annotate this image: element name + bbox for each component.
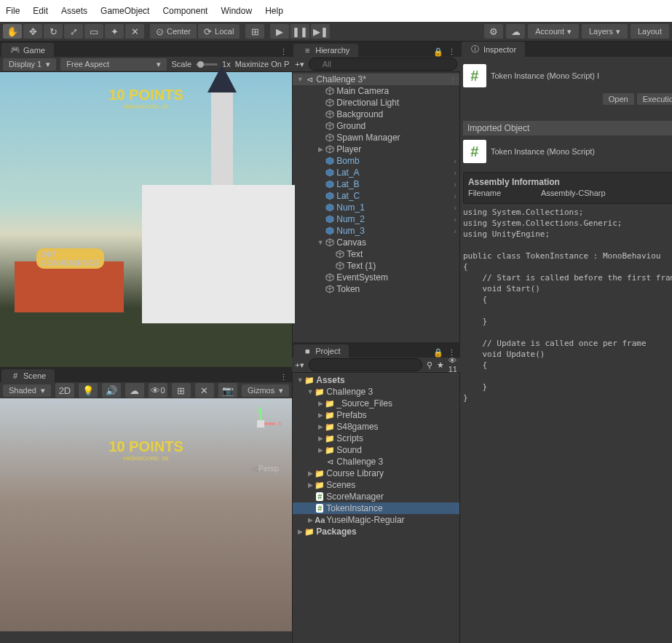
2d-button[interactable]: 2D bbox=[55, 383, 74, 398]
expand-arrow-icon[interactable]: ▶ bbox=[306, 470, 315, 477]
maximize-label[interactable]: Maximize On P bbox=[235, 60, 290, 68]
hierarchy-item[interactable]: Bomb› bbox=[293, 155, 459, 167]
menu-assets[interactable]: Assets bbox=[61, 6, 87, 16]
grid-icon[interactable]: ⊞ bbox=[172, 383, 191, 398]
open-button[interactable]: Open bbox=[603, 93, 634, 105]
expand-arrow-icon[interactable]: ▼ bbox=[296, 376, 304, 384]
menu-help[interactable]: Help bbox=[265, 6, 283, 16]
pivot-local-button[interactable]: ⟳Local bbox=[198, 24, 240, 39]
hierarchy-item[interactable]: Main Camera bbox=[293, 85, 459, 97]
move-tool[interactable]: ✥ bbox=[23, 24, 42, 39]
expand-arrow-icon[interactable]: ▶ bbox=[306, 516, 315, 524]
project-item[interactable]: ▶AaYuseiMagic-Regular bbox=[293, 514, 459, 526]
hierarchy-item[interactable]: Num_1› bbox=[293, 202, 459, 213]
hierarchy-item[interactable]: Background bbox=[293, 109, 459, 120]
project-search[interactable] bbox=[309, 358, 422, 371]
cloud-icon[interactable]: ☁ bbox=[506, 24, 525, 39]
hierarchy-item[interactable]: Lat_A› bbox=[293, 167, 459, 178]
expand-arrow-icon[interactable]: ▶ bbox=[316, 146, 325, 153]
scene-view[interactable]: 10 POINTS HIGHSCORE: 20 y x ◁Persp bbox=[0, 398, 292, 631]
expand-arrow-icon[interactable]: ▶ bbox=[316, 446, 325, 454]
project-item[interactable]: ▶📁Scripts bbox=[293, 433, 459, 444]
project-item[interactable]: ▶📁_Source_Files bbox=[293, 398, 459, 409]
gizmos-dropdown[interactable]: Gizmos▾ bbox=[242, 384, 289, 397]
assets-root[interactable]: ▼ 📁 Assets bbox=[293, 374, 459, 386]
execution-order-button[interactable]: Execution Ord bbox=[637, 93, 672, 105]
project-item[interactable]: ▶📁S48games bbox=[293, 421, 459, 433]
inspector-tab[interactable]: ⓘInspector bbox=[462, 42, 525, 57]
shading-dropdown[interactable]: Shaded▾ bbox=[3, 384, 51, 397]
hierarchy-item[interactable]: Lat_C› bbox=[293, 190, 459, 202]
project-item[interactable]: ▶📁Scenes bbox=[293, 479, 459, 491]
hierarchy-item[interactable]: Lat_B› bbox=[293, 178, 459, 190]
hierarchy-item[interactable]: EventSystem bbox=[293, 272, 459, 283]
expand-arrow-icon[interactable]: ▶ bbox=[306, 481, 315, 489]
camera-icon[interactable]: 📷 bbox=[218, 383, 237, 398]
create-button[interactable]: +▾ bbox=[295, 360, 304, 370]
project-tab[interactable]: ■Project bbox=[293, 344, 349, 358]
hierarchy-item[interactable]: ▼Canvas bbox=[293, 237, 459, 248]
hidden-count[interactable]: 👁11 bbox=[448, 356, 457, 374]
hierarchy-item[interactable]: Num_2› bbox=[293, 213, 459, 225]
hierarchy-item[interactable]: Spawn Manager bbox=[293, 132, 459, 143]
expand-arrow-icon[interactable]: ▶ bbox=[316, 435, 325, 442]
persp-label[interactable]: ◁Persp bbox=[252, 464, 279, 473]
scene-tab[interactable]: #Scene bbox=[1, 369, 55, 382]
expand-arrow-icon[interactable]: ▶ bbox=[316, 400, 325, 407]
game-options-icon[interactable]: ⋮ bbox=[275, 47, 292, 57]
hierarchy-item[interactable]: Ground bbox=[293, 120, 459, 132]
pivot-center-button[interactable]: ⊙Center bbox=[150, 24, 197, 39]
menu-file[interactable]: File bbox=[6, 6, 20, 16]
custom-tool[interactable]: ✕ bbox=[125, 24, 144, 39]
menu-window[interactable]: Window bbox=[221, 6, 252, 16]
project-item[interactable]: #ScoreManager bbox=[293, 491, 459, 502]
menu-edit[interactable]: Edit bbox=[33, 6, 48, 16]
project-item[interactable]: ▼📁Challenge 3 bbox=[293, 386, 459, 398]
play-button[interactable]: ▶ bbox=[270, 24, 289, 39]
collab-icon[interactable]: ⚙ bbox=[484, 24, 503, 39]
filter-icon[interactable]: ⚲ bbox=[427, 360, 432, 370]
hierarchy-item[interactable]: ▶Player bbox=[293, 143, 459, 155]
scene-options-icon[interactable]: ⋮ bbox=[275, 373, 292, 382]
star-icon[interactable]: ★ bbox=[437, 360, 444, 370]
hierarchy-item[interactable]: Directional Light bbox=[293, 97, 459, 109]
hierarchy-item[interactable]: Text bbox=[293, 248, 459, 260]
menu-gameobject[interactable]: GameObject bbox=[100, 6, 149, 16]
fx-icon[interactable]: ☁ bbox=[125, 383, 144, 398]
transform-tool[interactable]: ✦ bbox=[105, 24, 124, 39]
project-item[interactable]: ▶📁Sound bbox=[293, 444, 459, 456]
expand-arrow-icon[interactable]: ▼ bbox=[306, 388, 315, 395]
project-item[interactable]: ▶📁Prefabs bbox=[293, 409, 459, 421]
layout-dropdown[interactable]: Layout bbox=[631, 24, 669, 39]
create-button[interactable]: +▾ bbox=[295, 60, 304, 69]
orientation-gizmo[interactable]: y x bbox=[242, 406, 279, 442]
expand-arrow-icon[interactable]: ▼ bbox=[316, 239, 325, 246]
hand-tool[interactable]: ✋ bbox=[3, 24, 22, 39]
hierarchy-options-icon[interactable]: ⋮ bbox=[443, 47, 460, 57]
account-dropdown[interactable]: Account▾ bbox=[528, 24, 579, 39]
menu-component[interactable]: Component bbox=[162, 6, 207, 16]
hierarchy-tab[interactable]: ≡Hierarchy bbox=[293, 44, 358, 57]
scene-root[interactable]: ▼ ⊲ Challenge 3* ⋮ bbox=[293, 74, 459, 85]
hierarchy-item[interactable]: Token bbox=[293, 283, 459, 295]
scale-tool[interactable]: ⤢ bbox=[64, 24, 83, 39]
rotate-tool[interactable]: ↻ bbox=[44, 24, 63, 39]
aspect-dropdown[interactable]: Free Aspect▾ bbox=[60, 58, 167, 71]
project-item[interactable]: ▶📁Course Library bbox=[293, 468, 459, 479]
hierarchy-item[interactable]: Text (1) bbox=[293, 260, 459, 272]
project-item[interactable]: #TokenInstance bbox=[293, 502, 459, 514]
lock-icon[interactable]: 🔒 bbox=[433, 348, 443, 358]
layers-dropdown[interactable]: Layers▾ bbox=[582, 24, 628, 39]
rect-tool[interactable]: ▭ bbox=[84, 24, 103, 39]
packages-root[interactable]: ▶ 📁 Packages bbox=[293, 526, 459, 537]
audio-icon[interactable]: 🔊 bbox=[102, 383, 121, 398]
tools-icon[interactable]: ✕ bbox=[195, 383, 214, 398]
expand-arrow-icon[interactable]: ▼ bbox=[296, 76, 304, 83]
project-item[interactable]: ⊲Challenge 3 bbox=[293, 456, 459, 468]
expand-arrow-icon[interactable]: ▶ bbox=[316, 411, 325, 419]
snap-button[interactable]: ⊞ bbox=[245, 24, 264, 39]
hidden-icon[interactable]: 👁0 bbox=[149, 383, 167, 398]
scene-menu-icon[interactable]: ⋮ bbox=[445, 76, 459, 84]
lock-icon[interactable]: 🔒 bbox=[433, 47, 443, 57]
hierarchy-search[interactable] bbox=[309, 58, 457, 71]
